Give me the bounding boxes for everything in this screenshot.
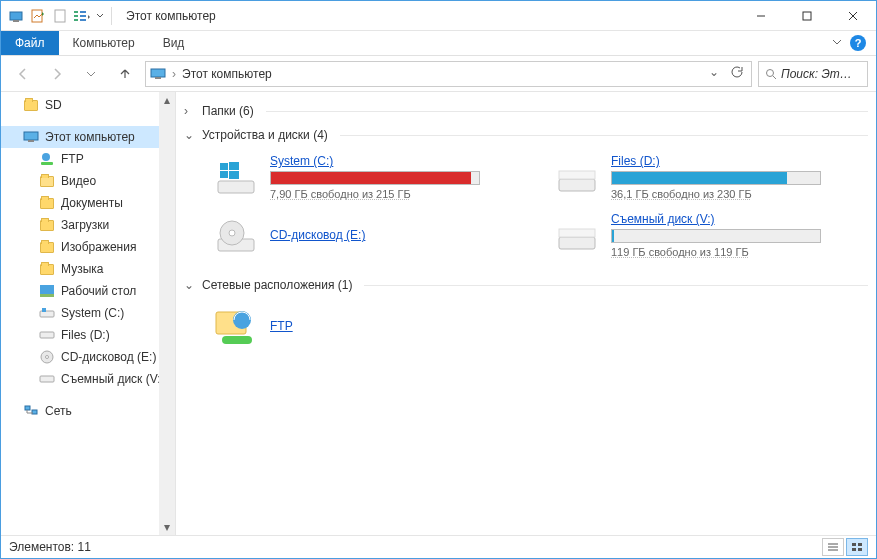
svg-rect-30 — [25, 406, 30, 410]
drive-icon — [39, 327, 55, 343]
explorer-body: SD Этот компьютер FTP Видео Документы За… — [1, 92, 876, 535]
hdd-icon — [555, 155, 599, 199]
drive-usage-fill — [612, 230, 614, 242]
drive-free-text: 119 ГБ свободно из 119 ГБ — [611, 246, 868, 258]
tree-item-downloads[interactable]: Загрузки — [1, 214, 175, 236]
group-label: Папки (6) — [202, 104, 254, 118]
tab-view[interactable]: Вид — [149, 31, 199, 55]
svg-rect-23 — [40, 294, 54, 297]
tree-item-network[interactable]: Сеть — [1, 400, 175, 422]
search-placeholder: Поиск: Эт… — [781, 67, 852, 81]
svg-rect-42 — [559, 237, 595, 249]
drive-name: Съемный диск (V:) — [611, 212, 868, 226]
scroll-down-icon[interactable]: ▾ — [159, 519, 175, 535]
breadcrumb[interactable]: Этот компьютер — [182, 67, 272, 81]
minimize-button[interactable] — [738, 1, 784, 31]
network-item-name: FTP — [270, 319, 293, 333]
tree-item-pictures[interactable]: Изображения — [1, 236, 175, 258]
svg-rect-6 — [74, 19, 78, 21]
nav-recent-dropdown[interactable] — [77, 60, 105, 88]
svg-rect-19 — [28, 140, 34, 142]
tree-item-removable-drive[interactable]: Съемный диск (V:) — [1, 368, 175, 390]
nav-back-button[interactable] — [9, 60, 37, 88]
tree-label: Видео — [61, 174, 96, 188]
svg-rect-7 — [80, 11, 86, 13]
svg-rect-35 — [220, 171, 228, 178]
svg-rect-36 — [229, 171, 239, 179]
drive-free-text: 36,1 ГБ свободно из 230 ГБ — [611, 188, 868, 200]
view-details-button[interactable] — [822, 538, 844, 556]
network-icon — [23, 403, 39, 419]
close-button[interactable] — [830, 1, 876, 31]
maximize-button[interactable] — [784, 1, 830, 31]
group-folders[interactable]: › Папки (6) — [180, 98, 872, 122]
scroll-up-icon[interactable]: ▴ — [159, 92, 175, 108]
app-icon — [7, 5, 25, 27]
tree-item-system-drive[interactable]: System (C:) — [1, 302, 175, 324]
svg-point-45 — [233, 311, 251, 329]
svg-point-41 — [229, 230, 235, 236]
svg-rect-11 — [803, 12, 811, 20]
os-drive-icon — [214, 155, 258, 199]
drive-removable[interactable]: Съемный диск (V:) 119 ГБ свободно из 119… — [551, 208, 872, 262]
tree-item-video[interactable]: Видео — [1, 170, 175, 192]
tree-label: Сеть — [45, 404, 72, 418]
svg-rect-26 — [40, 332, 54, 338]
qat-dropdown-icon[interactable] — [95, 5, 105, 27]
qat-customize-icon[interactable] — [73, 5, 91, 27]
group-drives[interactable]: ⌄ Устройства и диски (4) — [180, 122, 872, 146]
nav-forward-button[interactable] — [43, 60, 71, 88]
ribbon-expand-icon[interactable] — [832, 36, 842, 50]
tree-label: Загрузки — [61, 218, 109, 232]
svg-line-17 — [773, 76, 776, 79]
tree-item-sd[interactable]: SD — [1, 94, 175, 116]
video-icon — [39, 173, 55, 189]
drive-files[interactable]: Files (D:) 36,1 ГБ свободно из 230 ГБ — [551, 150, 872, 204]
tree-item-files-drive[interactable]: Files (D:) — [1, 324, 175, 346]
qat-new-icon[interactable] — [51, 5, 69, 27]
tree-label: Этот компьютер — [45, 130, 135, 144]
group-network[interactable]: ⌄ Сетевые расположения (1) — [180, 272, 872, 296]
tree-item-documents[interactable]: Документы — [1, 192, 175, 214]
tree-label: CD-дисковод (E:) — [61, 350, 156, 364]
svg-rect-18 — [24, 132, 38, 140]
svg-rect-3 — [55, 10, 65, 22]
search-input[interactable]: Поиск: Эт… — [758, 61, 868, 87]
drive-system[interactable]: System (C:) 7,90 ГБ свободно из 215 ГБ — [210, 150, 531, 204]
tab-computer[interactable]: Компьютер — [59, 31, 149, 55]
status-item-count: Элементов: 11 — [9, 540, 91, 554]
view-tiles-button[interactable] — [846, 538, 868, 556]
nav-up-button[interactable] — [111, 60, 139, 88]
address-dropdown-icon[interactable]: ⌄ — [705, 65, 723, 82]
tree-item-music[interactable]: Музыка — [1, 258, 175, 280]
svg-rect-53 — [858, 548, 862, 551]
status-bar: Элементов: 11 — [1, 535, 876, 558]
drive-usage-bar — [611, 171, 821, 185]
tree-item-this-pc[interactable]: Этот компьютер — [1, 126, 175, 148]
tree-label: Документы — [61, 196, 123, 210]
drive-cd[interactable]: CD-дисковод (E:) — [210, 208, 531, 262]
music-icon — [39, 261, 55, 277]
tree-scrollbar[interactable]: ▴ ▾ — [159, 92, 175, 535]
refresh-icon[interactable] — [725, 65, 747, 82]
tree-item-cd-drive[interactable]: CD-дисковод (E:) — [1, 346, 175, 368]
tree-item-ftp[interactable]: FTP — [1, 148, 175, 170]
pictures-icon — [39, 239, 55, 255]
network-item-ftp[interactable]: FTP — [210, 300, 872, 352]
help-icon[interactable]: ? — [850, 35, 866, 51]
tree-item-desktop[interactable]: Рабочий стол — [1, 280, 175, 302]
downloads-icon — [39, 217, 55, 233]
drive-name: CD-дисковод (E:) — [270, 228, 527, 242]
ftp-location-icon — [214, 304, 258, 348]
drive-icon — [39, 371, 55, 387]
address-bar[interactable]: › Этот компьютер ⌄ — [145, 61, 752, 87]
svg-rect-34 — [229, 162, 239, 170]
desktop-icon — [39, 283, 55, 299]
cd-icon — [39, 349, 55, 365]
breadcrumb-pc-icon — [150, 67, 166, 81]
breadcrumb-sep: › — [172, 67, 176, 81]
qat-properties-icon[interactable] — [29, 5, 47, 27]
svg-point-20 — [42, 153, 50, 161]
tab-file[interactable]: Файл — [1, 31, 59, 55]
hdd-icon — [555, 213, 599, 257]
